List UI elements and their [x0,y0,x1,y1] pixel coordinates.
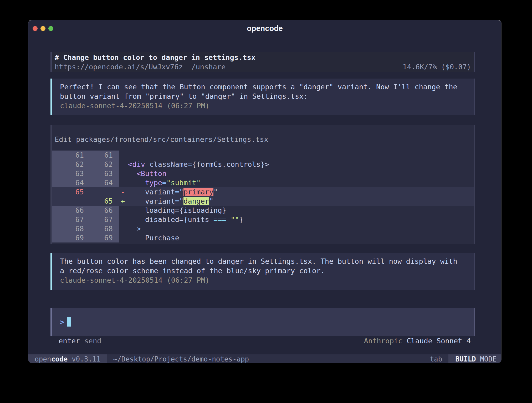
model-indicator: Anthropic Claude Sonnet 4 [364,336,471,346]
window-title: opencode [247,24,283,33]
new-line-number: 66 [84,206,113,215]
diff-table: 6161 6262<div className={formCs.controls… [52,151,474,242]
model-timestamp: claude-sonnet-4-20250514 (06:27 PM) [60,101,475,111]
diff-row: 6363 <Button [52,169,474,178]
opencode-window: opencode # Change button color to danger… [28,20,502,363]
assistant-message: The button color has been changed to dan… [50,253,475,290]
prompt-input[interactable]: > [50,308,475,336]
diff-row: 6464 type="submit" [52,178,474,187]
titlebar: opencode [28,20,501,37]
message-line: The button color has been changed to dan… [60,257,475,266]
session-header: # Change button color to danger in setti… [50,52,475,72]
diff-row: 6666 loading={isLoading} [52,206,474,215]
deleted-value: primary [183,188,213,196]
old-line-number: 65 [52,187,84,197]
status-bar: opencode v0.3.11 ~/Desktop/Projects/demo… [28,354,502,363]
diff-file-header: Edit packages/frontend/src/containers/Se… [50,135,475,144]
send-hint: enter send [59,336,101,346]
old-line-number: 67 [52,215,84,224]
message-line: button variant from "primary" to "danger… [60,92,475,101]
working-directory: ~/Desktop/Projects/demo-notes-app [113,355,249,363]
new-line-number: 64 [84,178,113,187]
diff-row-added: 65+ variant="danger" [52,197,474,206]
new-line-number [84,187,113,197]
minimize-button[interactable] [40,26,45,31]
gap [183,62,192,72]
traffic-lights [33,20,53,37]
diff-row: 6262<div className={formCs.controls}> [52,160,474,169]
diff-row-deleted: 65- variant="primary" [52,187,474,197]
old-line-number: 63 [52,169,84,178]
unshare-command: /unshare [191,62,226,72]
zoom-button[interactable] [48,26,53,31]
diff-row: 6868 > [52,224,474,233]
model-timestamp: claude-sonnet-4-20250514 (06:27 PM) [60,276,475,285]
new-line-number: 62 [84,160,113,169]
new-line-number: 69 [84,233,113,242]
old-line-number [52,197,84,206]
build-mode-chip[interactable]: BUILD MODE [448,354,502,363]
diff-row: 6767 disabled={units === ""} [52,215,474,224]
new-line-number: 61 [84,151,113,160]
text-cursor [67,317,71,327]
message-line: a red/rose color scheme instead of the b… [60,266,475,276]
old-line-number: 68 [52,224,84,233]
assistant-message: Perfect! I can see that the Button compo… [50,79,475,115]
new-line-number: 65 [84,197,113,206]
session-title: # Change button color to danger in setti… [55,53,471,62]
new-line-number: 63 [84,169,113,178]
share-url[interactable]: https://opencode.ai/s/UwJxv76z [55,62,183,72]
old-line-number: 64 [52,178,84,187]
edit-diff-panel: Edit packages/frontend/src/containers/Se… [50,125,475,244]
prompt-symbol: > [60,318,64,326]
diff-row: 6161 [52,151,474,160]
new-line-number: 67 [84,215,113,224]
old-line-number: 61 [52,151,84,160]
new-line-number: 68 [84,224,113,233]
diff-row: 6969 Purchase [52,233,474,242]
hints-row: enter send Anthropic Claude Sonnet 4 [50,336,475,346]
message-line: Perfect! I can see that the Button compo… [60,82,475,92]
close-button[interactable] [33,26,38,31]
app-version-chip: opencode v0.3.11 [28,354,107,363]
old-line-number: 62 [52,160,84,169]
tab-key-hint: tab [430,355,442,363]
added-value: danger [183,197,209,205]
deletion-sign: - [119,187,128,197]
old-line-number: 69 [52,233,84,242]
addition-sign: + [119,197,128,206]
token-cost-stats: 14.6K/7% ($0.07) [403,62,471,72]
old-line-number: 66 [52,206,84,215]
